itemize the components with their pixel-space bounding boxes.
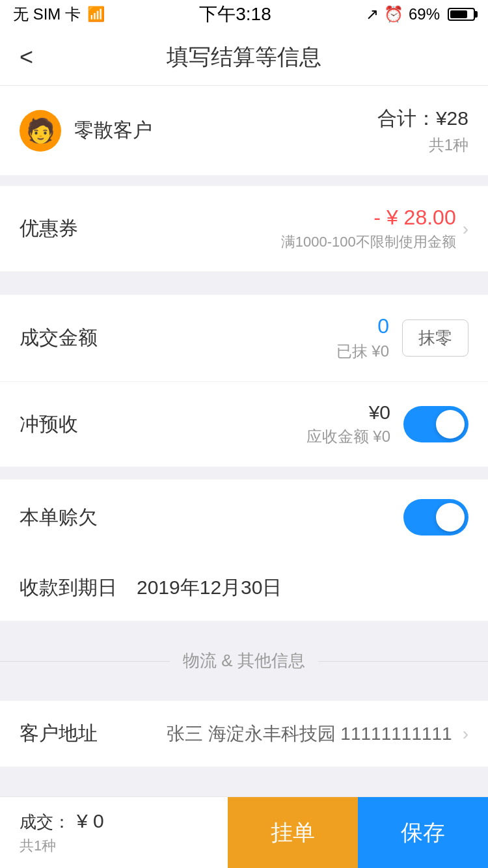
total-count: 共1种 (377, 135, 468, 156)
wifi-icon: 📶 (87, 6, 105, 23)
divider-2 (0, 467, 488, 480)
deal-amount-section: 成交金额 0 已抹 ¥0 抹零 冲预收 ¥0 应收金额 ¥0 (0, 295, 488, 467)
avatar-icon: 🧑 (26, 117, 55, 144)
divider-3 (0, 621, 488, 634)
toggle-knob (436, 410, 465, 439)
pre-receive-right: ¥0 应收金额 ¥0 (306, 401, 468, 447)
back-button[interactable]: < (20, 44, 59, 71)
deal-amount-row: 成交金额 0 已抹 ¥0 抹零 (0, 295, 488, 382)
debt-toggle-knob (436, 503, 465, 532)
pre-amount-value: ¥0 (306, 401, 390, 424)
logistics-header: 物流 & 其他信息 (0, 634, 488, 688)
address-value: 张三 海淀永丰科技园 11111111111 (108, 722, 452, 746)
due-date-value: 2019年12月30日 (137, 575, 282, 601)
location-icon: ↗ (366, 5, 379, 23)
pre-receive-label: 冲预收 (20, 411, 78, 438)
due-date-label: 收款到期日 (20, 575, 117, 601)
debt-toggle[interactable] (403, 499, 468, 536)
main-content: 🧑 零散客户 合计：¥28 共1种 优惠券 - ¥ 28.00 满1000-10… (0, 86, 488, 868)
customer-right: 合计：¥28 共1种 (377, 105, 468, 156)
customer-name: 零散客户 (74, 117, 152, 144)
divider-1 (0, 282, 488, 295)
bottom-summary: 成交： ¥ 0 共1种 (0, 810, 228, 856)
deal-amount-input-area: 0 已抹 ¥0 (336, 314, 389, 362)
address-chevron-icon: › (463, 724, 468, 744)
deal-amount-label: 成交金额 (20, 325, 98, 351)
address-label: 客户地址 (20, 720, 98, 747)
coupon-desc: 满1000-100不限制使用金额 (281, 232, 456, 252)
round-down-button[interactable]: 抹零 (402, 319, 468, 357)
bottom-summary-label: 成交： (20, 811, 70, 834)
page-title: 填写结算等信息 (59, 42, 429, 72)
pre-receive-row: 冲预收 ¥0 应收金额 ¥0 (0, 382, 488, 467)
customer-avatar: 🧑 (20, 110, 61, 152)
battery-icon (448, 8, 475, 21)
bottom-summary-title: 成交： ¥ 0 (20, 810, 208, 834)
debt-label: 本单赊欠 (20, 504, 98, 531)
pre-receive-toggle[interactable] (403, 406, 468, 442)
hang-order-button[interactable]: 挂单 (228, 797, 358, 869)
bottom-summary-amount: ¥ 0 (77, 810, 104, 832)
status-right: ↗ ⏰ 69% (366, 5, 475, 23)
status-bar: 无 SIM 卡 📶 下午3:18 ↗ ⏰ 69% (0, 0, 488, 29)
coupon-right: - ¥ 28.00 满1000-100不限制使用金额 › (281, 206, 468, 252)
pre-amount-area: ¥0 应收金额 ¥0 (306, 401, 390, 447)
nav-bar: < 填写结算等信息 (0, 29, 488, 86)
chevron-right-icon: › (463, 219, 468, 239)
alarm-icon: ⏰ (384, 5, 403, 23)
status-left: 无 SIM 卡 📶 (13, 4, 105, 25)
divider-4 (0, 688, 488, 701)
due-date-row: 收款到期日 2019年12月30日 (0, 555, 488, 621)
coupon-section[interactable]: 优惠券 - ¥ 28.00 满1000-100不限制使用金额 › (0, 185, 488, 271)
sim-status: 无 SIM 卡 (13, 4, 81, 25)
logistics-header-text: 物流 & 其他信息 (170, 649, 318, 672)
pre-amount-sub: 应收金额 ¥0 (306, 426, 390, 447)
bottom-summary-count: 共1种 (20, 836, 208, 856)
coupon-info: - ¥ 28.00 满1000-100不限制使用金额 (281, 206, 456, 252)
deal-amount-sub: 已抹 ¥0 (336, 341, 389, 362)
debt-row: 本单赊欠 (0, 480, 488, 555)
deal-amount-value[interactable]: 0 (336, 314, 389, 338)
battery-percent: 69% (409, 5, 440, 23)
customer-section: 🧑 零散客户 合计：¥28 共1种 (0, 86, 488, 175)
save-button[interactable]: 保存 (358, 797, 488, 869)
coupon-amount: - ¥ 28.00 (281, 206, 456, 230)
total-amount: 合计：¥28 (377, 105, 468, 132)
bottom-bar: 成交： ¥ 0 共1种 挂单 保存 (0, 796, 488, 868)
customer-left: 🧑 零散客户 (20, 110, 152, 152)
status-time: 下午3:18 (199, 2, 271, 27)
address-row[interactable]: 客户地址 张三 海淀永丰科技园 11111111111 › (0, 701, 488, 766)
coupon-label: 优惠券 (20, 215, 78, 242)
deal-amount-right: 0 已抹 ¥0 抹零 (336, 314, 468, 362)
back-icon: < (20, 44, 33, 71)
